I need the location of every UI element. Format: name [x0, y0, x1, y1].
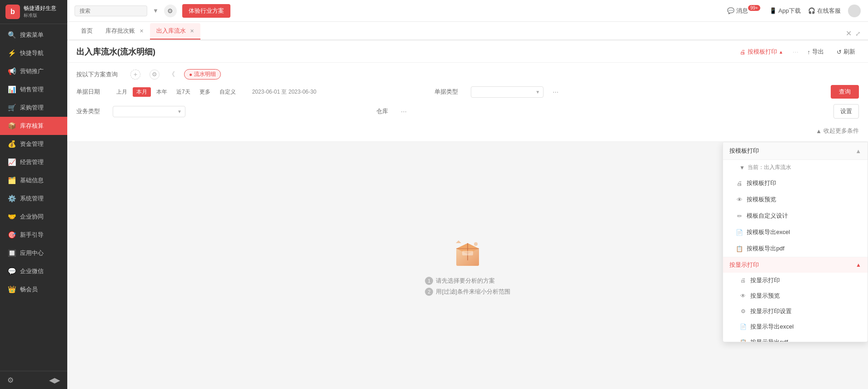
print-template-button[interactable]: 🖨 按模板打印 ▲	[736, 46, 787, 58]
dp-item-preview-template[interactable]: 👁 按模板预览	[723, 191, 868, 208]
setting-button[interactable]: 设置	[833, 104, 859, 119]
date-shortcut-lastmonth[interactable]: 上月	[113, 87, 131, 97]
operations-icon: 📈	[7, 158, 16, 167]
dp-item-custom-design[interactable]: ✏ 模板自定义设计	[723, 208, 868, 224]
dp-group-display-label: 按显示打印	[729, 261, 759, 269]
search-dropdown-icon[interactable]: ▼	[153, 7, 159, 14]
sidebar-item-purchase[interactable]: 🛒 采购管理	[0, 99, 67, 117]
sidebar-item-wechat[interactable]: 💬 企业微信	[0, 262, 67, 280]
doc-type-select[interactable]	[471, 86, 544, 98]
sidebar-item-member[interactable]: 👑 畅会员	[0, 280, 67, 299]
refresh-button[interactable]: ↺ 刷新	[833, 46, 859, 58]
filter-row-1: 按以下方案查询 ＋ ⚙ 《 ● 流水明细	[76, 69, 859, 80]
empty-hints: 1 请先选择要分析的方案 2 用[过滤]条件来缩小分析范围	[425, 277, 510, 296]
dp-design-icon: ✏	[736, 212, 743, 219]
expand-window-icon[interactable]: ⤢	[855, 30, 861, 37]
collapse-button[interactable]: ▲ 收起更多条件	[816, 127, 859, 135]
message-button[interactable]: 💬 消息 99+	[727, 7, 762, 15]
refresh-icon: ↺	[837, 49, 842, 55]
svg-point-6	[474, 242, 478, 246]
close-window-icon[interactable]: ✕	[846, 29, 852, 38]
filter-add-button[interactable]: ＋	[130, 70, 140, 80]
sidebar-item-basic[interactable]: 🗂️ 基础信息	[0, 171, 67, 190]
search-input[interactable]	[75, 5, 147, 16]
topbar: ▼ ⚙ 体验行业方案 💬 消息 99+ 📱 App下载 🎧 在线客服	[67, 0, 868, 22]
dp-sub-settings-label: 按显示打印设置	[750, 307, 792, 315]
tab-batch-account[interactable]: 库存批次账 ✕	[99, 23, 150, 40]
warehouse-more-icon[interactable]: ⋯	[401, 108, 407, 115]
sidebar-item-sales[interactable]: 📊 销售管理	[0, 80, 67, 99]
collapse-sidebar-icon[interactable]: ◀▶	[49, 376, 60, 384]
sidebar-item-search[interactable]: 🔍 搜索菜单	[0, 26, 67, 44]
page-header-actions: 🖨 按模板打印 ▲ ⋯ ↑ 导出 ↺ 刷新	[736, 46, 859, 62]
tabs-bar: 首页 库存批次账 ✕ 出入库流水 ✕ ✕ ⤢	[67, 22, 868, 40]
sidebar-item-cooperation[interactable]: 🤝 企业协同	[0, 208, 67, 226]
dp-sub-item-preview-display[interactable]: 👁 按显示预览	[723, 288, 868, 304]
biz-type-select[interactable]	[113, 106, 185, 117]
doc-type-more-icon[interactable]: ⋯	[553, 89, 559, 95]
dropdown-collapse-icon[interactable]: ▲	[855, 148, 861, 155]
filter-right-actions: 查询	[831, 85, 859, 99]
settings-icon[interactable]: ⚙	[7, 376, 14, 384]
sidebar-item-sales-label: 销售管理	[20, 85, 44, 94]
online-service-button[interactable]: 🎧 在线客服	[808, 7, 841, 15]
page-title: 出入库流水(流水明细)	[76, 46, 155, 62]
dp-sub-excel-icon: 📄	[739, 323, 747, 330]
dp-item-export-excel-template[interactable]: 📄 按模板导出excel	[723, 224, 868, 240]
tab-inout-flow[interactable]: 出入库流水 ✕	[150, 23, 201, 40]
dp-item-print-label: 按模板打印	[747, 179, 776, 187]
dp-item-export-pdf-template[interactable]: 📋 按模板导出pdf	[723, 240, 868, 257]
dp-group-display-arrow: ▲	[856, 262, 861, 268]
sidebar-item-cooperation-label: 企业协同	[20, 213, 44, 221]
settings-gear-icon[interactable]: ⚙	[164, 5, 177, 17]
dp-sub-item-print-display[interactable]: 🖨 按显示打印	[723, 273, 868, 288]
tab-batch-account-close-icon[interactable]: ✕	[140, 28, 144, 34]
date-shortcut-7days[interactable]: 近7天	[173, 87, 194, 97]
query-button[interactable]: 查询	[831, 85, 859, 99]
tab-home[interactable]: 首页	[75, 23, 99, 40]
export-button[interactable]: ↑ 导出	[804, 46, 828, 58]
dp-sub-print-label: 按显示打印	[750, 276, 780, 284]
export-icon: ↑	[808, 49, 811, 55]
user-avatar[interactable]	[848, 5, 861, 17]
dp-item-design-label: 模板自定义设计	[747, 212, 788, 220]
dp-item-print-template[interactable]: 🖨 按模板打印	[723, 175, 868, 191]
filter-collapse-icon[interactable]: 《	[169, 70, 175, 79]
date-shortcut-custom[interactable]: 自定义	[216, 87, 239, 97]
sidebar-item-system[interactable]: ⚙️ 系统管理	[0, 190, 67, 208]
sidebar-item-operations[interactable]: 📈 经营管理	[0, 153, 67, 171]
sidebar-item-purchase-label: 采购管理	[20, 104, 44, 112]
date-shortcut-thismonth[interactable]: 本月	[133, 87, 151, 97]
sidebar-item-finance[interactable]: 💰 资金管理	[0, 135, 67, 153]
sidebar-item-app-center[interactable]: 🔲 应用中心	[0, 244, 67, 262]
empty-state-icon	[449, 235, 486, 271]
date-shortcut-more[interactable]: 更多	[196, 87, 214, 97]
filter-setting-button[interactable]: ⚙	[150, 70, 160, 80]
industry-solution-button[interactable]: 体验行业方案	[182, 4, 230, 18]
sidebar-item-inventory[interactable]: 📦 库存核算	[0, 117, 67, 135]
print-chevron-up-icon: ▲	[779, 50, 783, 55]
sidebar-item-marketing-label: 营销推广	[20, 67, 44, 75]
dp-preview-icon: 👁	[736, 196, 743, 203]
dp-sub-item-print-settings[interactable]: ⚙ 按显示打印设置	[723, 304, 868, 319]
dp-group-display-header[interactable]: 按显示打印 ▲	[723, 257, 868, 273]
date-shortcuts: 上月 本月 本年 近7天 更多 自定义	[113, 87, 239, 97]
quick-nav-icon: ⚡	[7, 49, 16, 58]
sidebar-item-quick-nav[interactable]: ⚡ 快捷导航	[0, 44, 67, 62]
sidebar-item-system-label: 系统管理	[20, 194, 44, 203]
filter-tag-flow-detail[interactable]: ● 流水明细	[184, 69, 221, 80]
content-area: 1 请先选择要分析的方案 2 用[过滤]条件来缩小分析范围 按模板打印 ▲ ▼ …	[67, 142, 868, 389]
date-shortcut-thisyear[interactable]: 本年	[153, 87, 171, 97]
dp-sub-item-export-pdf-display[interactable]: 📋 按显示导出pdf	[723, 334, 868, 342]
dp-sub-item-export-excel-display[interactable]: 📄 按显示导出excel	[723, 319, 868, 334]
sidebar-nav: 🔍 搜索菜单 ⚡ 快捷导航 📢 营销推广 📊 销售管理 🛒 采购管理 📦 库存核…	[0, 24, 67, 371]
dp-sub-excel-label: 按显示导出excel	[750, 323, 793, 331]
app-download-button[interactable]: 📱 App下载	[769, 7, 801, 15]
chevron-up-icon: ▲	[816, 128, 822, 135]
dp-item-excel-label: 按模板导出excel	[747, 228, 790, 236]
tab-inout-flow-close-icon[interactable]: ✕	[190, 28, 194, 34]
sidebar-item-guide[interactable]: 🎯 新手引导	[0, 226, 67, 244]
filter-tag-icon: ●	[189, 71, 192, 78]
sidebar-item-marketing[interactable]: 📢 营销推广	[0, 62, 67, 80]
message-badge: 99+	[748, 5, 760, 11]
